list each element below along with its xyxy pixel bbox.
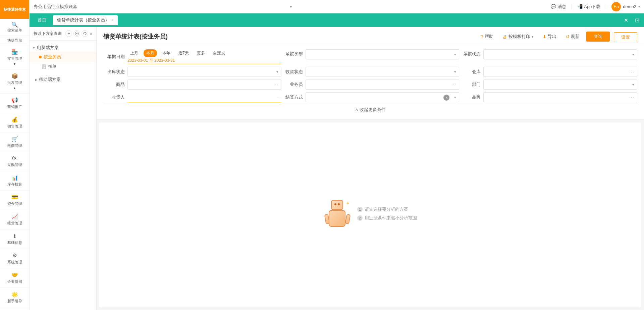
export-btn[interactable]: ⬇ 导出 (540, 32, 559, 41)
sidebar-item-purchase[interactable]: 🛍 采购管理 (0, 152, 29, 171)
right-content: 销货单统计表(按业务员) ? 帮助 🖨 按模板打印 ▾ ⬇ 导出 (97, 27, 644, 310)
receipt-status-select[interactable]: ▾ (306, 67, 460, 77)
collapse-more-btn[interactable]: ∧ 收起更多条件 (103, 104, 637, 115)
template-print-btn[interactable]: 🖨 按模板打印 ▾ (500, 32, 536, 41)
sidebar-item-appcenter[interactable]: 📱 应用中心 (0, 307, 29, 310)
app-logo[interactable]: 畅捷通好生意 (0, 0, 30, 19)
left-panel-title: 按以下方案查询 (34, 31, 62, 37)
retail-icon: 🏪 (11, 49, 18, 55)
enterprise-icon: 🤝 (11, 272, 18, 278)
chevron-down-icon3: ▾ (276, 70, 278, 74)
settle-method-select[interactable]: × ▾ (306, 92, 460, 102)
top-header: 办公用品行业模拟账套 ▾ 💬 消息 📲 App下载 Ea demo2 ▾ (30, 0, 644, 13)
refresh-btn[interactable]: ↺ 刷新 (563, 32, 582, 41)
dots-icon2: ··· (273, 82, 278, 87)
sidebar-item-wholesale[interactable]: 📦 批发管理 ▲ (0, 69, 29, 94)
scheme-group-mobile[interactable]: ▶ 移动端方案 (32, 75, 94, 84)
collapse-panel-btn[interactable]: « (90, 31, 92, 36)
app-download-btn[interactable]: 📲 App下载 (577, 4, 600, 10)
scheme-sub-doc[interactable]: 按单 (30, 62, 96, 71)
sidebar-item-enterprise[interactable]: 🤝 企业协同 (0, 268, 29, 288)
doc-type-select[interactable]: ▾ (306, 49, 460, 59)
chevron-down-icon: ▾ (454, 52, 456, 57)
robot-right-eye (338, 203, 340, 205)
scheme-item-salesperson[interactable]: 按业务员 (30, 52, 96, 62)
sidebar-item-system[interactable]: ⚙ 系统管理 (0, 249, 29, 268)
sidebar-item-operations[interactable]: 📈 经营管理 (0, 210, 29, 229)
breadcrumb: 办公用品行业模拟账套 (34, 4, 287, 10)
print-dropdown-icon[interactable]: ▾ (532, 35, 533, 39)
date-tab-7days[interactable]: 近7天 (176, 49, 192, 57)
doc-status-label: 单据状态 (459, 51, 483, 57)
query-button[interactable]: 查询 (586, 32, 610, 42)
sidebar-item-sales[interactable]: 💰 销售管理 (0, 113, 29, 133)
tab-active[interactable]: 销货单统计表（按业务员） × (53, 15, 118, 25)
user-btn[interactable]: Ea demo2 ▾ (611, 2, 640, 11)
export-icon: ⬇ (543, 34, 546, 39)
brand-select[interactable]: ··· (483, 92, 637, 102)
dept-select[interactable]: ▾ (483, 80, 637, 90)
left-panel-actions: + « (65, 30, 92, 37)
date-tab-this-month[interactable]: 本月 (144, 49, 157, 57)
maximize-btn[interactable]: ⊡ (633, 16, 641, 24)
close-window-btn[interactable]: ✕ (622, 16, 630, 24)
mobile-section: ▶ 移动端方案 (30, 74, 96, 85)
brand-label: 品牌 (459, 94, 483, 100)
settings-button[interactable]: 设置 (614, 32, 637, 42)
sidebar-item-search[interactable]: 🔍 按以下方案查询 搜索菜单 (0, 19, 29, 36)
sales-icon: 💰 (11, 116, 18, 123)
out-status-select[interactable]: ▾ (127, 67, 281, 77)
finance-icon: 💳 (11, 194, 18, 200)
date-range[interactable]: 2023-03-01 至 2023-03-31 (127, 58, 281, 64)
receiver-input[interactable] (127, 92, 281, 102)
left-panel-header: 按以下方案查询 + « (30, 27, 96, 41)
date-tab-custom[interactable]: 自定义 (210, 49, 228, 57)
message-btn[interactable]: 💬 消息 (551, 4, 566, 10)
sidebar-item-newbie[interactable]: 🌟 新手引导 (0, 288, 29, 307)
tab-close-btn[interactable]: × (111, 18, 114, 22)
divider2 (606, 4, 606, 9)
sidebar-item-ecom[interactable]: 🛒 电商管理 (0, 133, 29, 152)
date-tab-more[interactable]: 更多 (194, 49, 208, 57)
tab-bar: 首页 销货单统计表（按业务员） × ✕ ⊡ (30, 13, 644, 27)
ecom-icon: 🛒 (11, 136, 18, 142)
robot-left-eye (334, 203, 336, 205)
date-tab-last-month[interactable]: 上月 (127, 49, 141, 57)
date-tab-this-year[interactable]: 本年 (160, 49, 173, 57)
refresh-icon: ↺ (566, 34, 570, 39)
marketing-icon: 📢 (11, 97, 18, 103)
sidebar-item-retail[interactable]: 🏪 零售管理 ▼ (0, 45, 29, 69)
message-icon: 💬 (551, 4, 556, 9)
page-header: 销货单统计表(按业务员) ? 帮助 🖨 按模板打印 ▾ ⬇ 导出 (97, 27, 644, 45)
inventory-icon: 📊 (11, 174, 18, 181)
divider (572, 4, 572, 9)
add-scheme-btn[interactable]: + (65, 30, 72, 37)
salesperson-select[interactable]: ··· (306, 80, 460, 90)
sidebar-item-marketing[interactable]: 📢 营销推广 (0, 94, 29, 113)
settle-clear-btn[interactable]: × (443, 95, 449, 101)
sidebar-item-quicknav[interactable]: 快捷导航 (0, 36, 29, 45)
help-btn[interactable]: ? 帮助 (478, 32, 496, 41)
doc-type-label: 单据类型 (281, 51, 306, 57)
sidebar-item-inventory[interactable]: 📊 库存核算 (0, 171, 29, 191)
goods-select[interactable]: ··· (127, 80, 281, 90)
purchase-icon: 🛍 (12, 155, 17, 161)
content-area: 按以下方案查询 + « ▼ 电脑端方案 (30, 27, 644, 310)
doc-status-select[interactable]: ▾ (483, 49, 637, 59)
sparkle-icon: ✦ (346, 201, 350, 206)
receipt-status-label: 收款状态 (281, 69, 306, 75)
dots-icon4: ··· (277, 94, 281, 99)
scheme-group-desktop[interactable]: ▼ 电脑端方案 (30, 43, 96, 52)
dots-icon5: ··· (629, 95, 634, 100)
page-actions: ? 帮助 🖨 按模板打印 ▾ ⬇ 导出 ↺ 刷新 (478, 31, 637, 42)
sidebar-item-basic[interactable]: ℹ 基础信息 (0, 229, 29, 249)
tab-home[interactable]: 首页 (32, 15, 52, 25)
sidebar-item-finance[interactable]: 💳 资金管理 (0, 191, 29, 210)
download-icon: 📲 (577, 4, 583, 9)
operations-icon: 📈 (11, 213, 18, 220)
warehouse-select[interactable]: ··· (483, 67, 637, 77)
edit-scheme-btn[interactable] (73, 30, 80, 37)
rotate-scheme-btn[interactable] (82, 30, 88, 37)
dropdown-icon[interactable]: ▾ (290, 4, 292, 9)
empty-illustration: ✦ (324, 200, 351, 230)
